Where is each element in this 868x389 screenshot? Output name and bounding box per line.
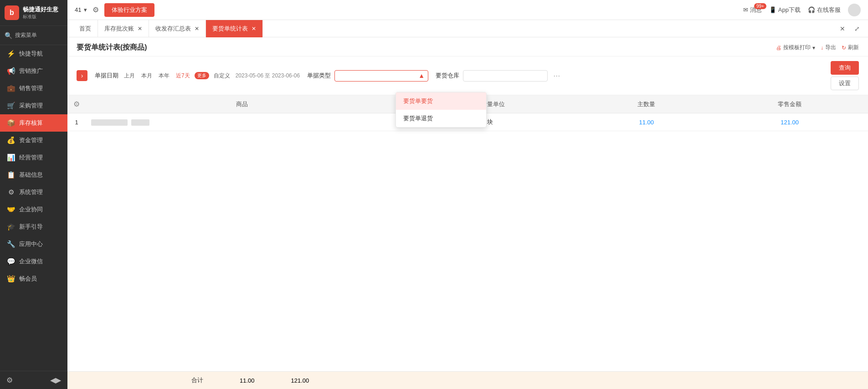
- sidebar-nav: ⚡ 快捷导航 📢 营销推广 💼 销售管理 🛒 采购管理 📦 库存核算 💰 资金管…: [0, 45, 67, 371]
- tab-order-stats-close[interactable]: ✕: [252, 26, 256, 32]
- trial-btn[interactable]: 体验行业方案: [104, 3, 154, 17]
- set-btn[interactable]: 设置: [831, 77, 859, 90]
- sidebar-item-member[interactable]: 👑 畅会员: [0, 270, 67, 287]
- inventory-icon: 📦: [6, 119, 15, 127]
- date-range-display: 2023-05-06 至 2023-06-06: [236, 72, 300, 80]
- collapse-icon[interactable]: ◀▶: [50, 376, 61, 384]
- phone-icon: 📱: [769, 6, 776, 13]
- warehouse-more-btn[interactable]: ···: [553, 71, 560, 81]
- tabs-bar: 首页 库存批次账 ✕ 收发存汇总表 ✕ 要货单统计表 ✕ ✕ ⤢: [67, 20, 868, 37]
- tab-stock-summary[interactable]: 收发存汇总表 ✕: [149, 20, 206, 37]
- page-title: 要货单统计表(按商品): [77, 43, 147, 52]
- query-btn[interactable]: 查询: [831, 61, 859, 75]
- sidebar-item-guide[interactable]: 🎓 新手引导: [0, 218, 67, 235]
- tab-inventory-batch-close[interactable]: ✕: [138, 26, 142, 32]
- col-quantity-header: 主数量: [581, 95, 711, 113]
- topbar-settings-icon[interactable]: ⚙: [92, 5, 99, 14]
- type-select-input[interactable]: [334, 70, 428, 82]
- guide-icon: 🎓: [6, 223, 15, 231]
- user-avatar[interactable]: [848, 4, 861, 16]
- topbar-left: 41 ▾ ⚙ 体验行业方案: [75, 3, 154, 17]
- print-btn[interactable]: 🖨 按模板打印 ▾: [776, 44, 815, 51]
- warehouse-select-input[interactable]: [463, 70, 548, 82]
- operation-icon: 📊: [6, 154, 15, 162]
- sidebar-item-inventory[interactable]: 📦 库存核算: [0, 114, 67, 132]
- settings-bottom-icon[interactable]: ⚙: [6, 376, 13, 384]
- footer-amount: 121.00: [291, 377, 309, 384]
- sidebar-item-marketing[interactable]: 📢 营销推广: [0, 62, 67, 80]
- filter-expand-btn[interactable]: ›: [77, 70, 87, 81]
- shortcut-custom[interactable]: 自定义: [212, 71, 232, 81]
- app-center-icon: 🔧: [6, 240, 15, 248]
- export-icon: ↓: [821, 45, 823, 51]
- type-select-wrapper: ▲: [334, 70, 428, 82]
- sidebar-item-app-center[interactable]: 🔧 应用中心: [0, 235, 67, 253]
- app-download-btn[interactable]: 📱 App下载: [769, 6, 801, 14]
- sidebar-search[interactable]: 🔍 搜索菜单: [0, 26, 67, 45]
- expand-tabs-btn[interactable]: ⤢: [852, 25, 863, 32]
- sidebar-item-finance[interactable]: 💰 资金管理: [0, 132, 67, 149]
- refresh-icon: ↻: [842, 45, 846, 51]
- print-arrow-icon: ▾: [812, 45, 815, 51]
- tab-stock-summary-close[interactable]: ✕: [195, 26, 199, 32]
- wechat-icon: 💬: [6, 257, 15, 266]
- main-area: 41 ▾ ⚙ 体验行业方案 ✉ 消息 99+ 📱 App下载 🎧 在线客服: [67, 0, 868, 389]
- sidebar-item-wechat[interactable]: 💬 企业微信: [0, 253, 67, 270]
- sales-icon: 💼: [6, 84, 15, 92]
- row-product: [86, 113, 398, 131]
- topbar: 41 ▾ ⚙ 体验行业方案 ✉ 消息 99+ 📱 App下载 🎧 在线客服: [67, 0, 868, 20]
- sidebar-item-enterprise[interactable]: 🤝 企业协同: [0, 201, 67, 218]
- dropdown-item-return[interactable]: 要货单退货: [396, 110, 486, 127]
- marketing-icon: 📢: [6, 67, 15, 75]
- print-icon: 🖨: [776, 45, 781, 51]
- footer-quantity: 11.00: [240, 377, 255, 384]
- close-all-tabs-btn[interactable]: ✕: [837, 25, 848, 32]
- sidebar-item-quick-nav[interactable]: ⚡ 快捷导航: [0, 45, 67, 62]
- tab-order-stats[interactable]: 要货单统计表 ✕: [206, 20, 263, 37]
- filter-bar: › 单据日期 上月 本月 本年 近7天 更多 自定义 2023-05-06 至 …: [67, 56, 868, 95]
- enterprise-icon: 🤝: [6, 205, 15, 214]
- search-menu-btn[interactable]: 🔍 搜索菜单: [5, 30, 63, 41]
- quick-nav-icon: ⚡: [6, 50, 15, 58]
- basic-info-icon: 📋: [6, 171, 15, 179]
- shortcut-7days[interactable]: 近7天: [174, 71, 192, 81]
- row-quantity: 11.00: [581, 113, 711, 131]
- sidebar-item-basic-info[interactable]: 📋 基础信息: [0, 166, 67, 184]
- message-icon: ✉: [743, 6, 748, 13]
- more-shortcuts-badge[interactable]: 更多: [195, 72, 209, 79]
- warehouse-filter-group: 要货仓库 ···: [436, 70, 560, 82]
- sidebar-item-operation[interactable]: 📊 经营管理: [0, 149, 67, 166]
- chevron-down-icon: ▾: [84, 6, 87, 13]
- shortcut-this-month[interactable]: 本月: [139, 71, 154, 81]
- headset-icon: 🎧: [808, 6, 815, 13]
- purchase-icon: 🛒: [6, 102, 15, 110]
- col-settings-header: ⚙: [67, 95, 86, 113]
- messages-btn[interactable]: ✉ 消息 99+: [743, 6, 762, 14]
- shortcut-this-year[interactable]: 本年: [157, 71, 171, 81]
- app-logo-text: 畅捷通好生意 标准版: [23, 6, 58, 20]
- row-index: 1: [67, 113, 86, 131]
- column-settings-icon[interactable]: ⚙: [73, 100, 80, 108]
- date-filter-label: 单据日期: [95, 72, 118, 80]
- tab-home[interactable]: 首页: [73, 20, 98, 37]
- dropdown-item-order[interactable]: 要货单要货: [396, 92, 486, 110]
- tenant-selector[interactable]: 41 ▾: [75, 6, 87, 13]
- col-product-header: 商品: [86, 95, 398, 113]
- shortcut-last-month[interactable]: 上月: [122, 71, 137, 81]
- footer-total-label: 合计: [191, 376, 203, 384]
- warehouse-filter-label: 要货仓库: [436, 72, 459, 80]
- sidebar-logo: b 畅捷通好生意 标准版: [0, 0, 67, 26]
- tab-inventory-batch[interactable]: 库存批次账 ✕: [98, 20, 149, 37]
- page-actions: 🖨 按模板打印 ▾ ↓ 导出 ↻ 刷新: [776, 44, 859, 51]
- export-btn[interactable]: ↓ 导出: [821, 44, 836, 51]
- type-filter-group: 单据类型 ▲: [307, 70, 428, 82]
- page-header: 要货单统计表(按商品) 🖨 按模板打印 ▾ ↓ 导出 ↻ 刷新: [67, 37, 868, 56]
- app-logo-icon: b: [5, 5, 19, 20]
- online-service-btn[interactable]: 🎧 在线客服: [808, 6, 841, 14]
- sidebar-item-purchase[interactable]: 🛒 采购管理: [0, 97, 67, 114]
- finance-icon: 💰: [6, 136, 15, 144]
- sidebar-item-system[interactable]: ⚙ 系统管理: [0, 184, 67, 201]
- sidebar-item-sales[interactable]: 💼 销售管理: [0, 80, 67, 97]
- refresh-btn[interactable]: ↻ 刷新: [842, 44, 859, 51]
- type-filter-label: 单据类型: [307, 72, 331, 80]
